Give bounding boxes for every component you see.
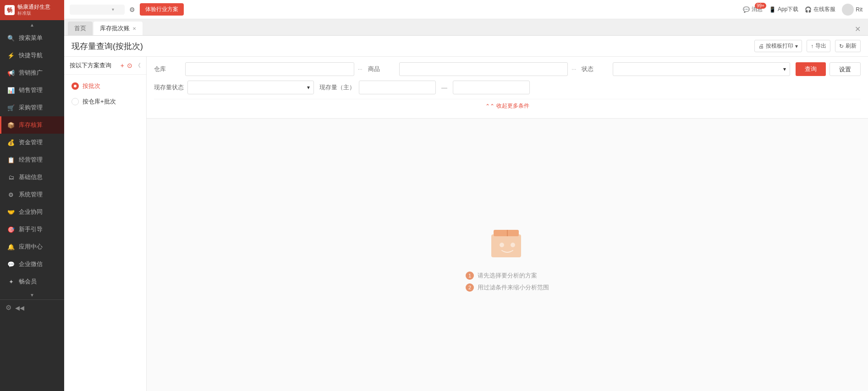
footer-collapse-icon[interactable]: ◀◀ <box>15 304 24 311</box>
sales-icon: 📊 <box>7 86 15 94</box>
sidebar-item-wechat[interactable]: 💬 企业微信 <box>0 255 64 273</box>
page-title: 现存量查询(按批次) <box>71 41 143 52</box>
status-dropdown-icon: ▾ <box>783 66 786 72</box>
search-input[interactable] <box>73 6 110 13</box>
scheme-item-warehouse-batch[interactable]: 按仓库+批次 <box>64 94 146 109</box>
warehouse-input[interactable] <box>185 62 354 76</box>
close-panel-button[interactable]: ✕ <box>851 23 864 35</box>
tutorial-icon: 🎯 <box>7 225 15 234</box>
product-more-icon[interactable]: ··· <box>571 66 576 72</box>
sidebar-item-purchase[interactable]: 🛒 采购管理 <box>0 99 64 116</box>
footer-settings-icon[interactable]: ⚙ <box>5 304 11 312</box>
user-name: Rit <box>856 6 863 13</box>
filter-panel: 仓库 ··· 商品 ··· 状态 <box>147 57 868 119</box>
system-icon: ⚙ <box>7 190 15 199</box>
refresh-button[interactable]: ↻ 刷新 <box>835 40 861 52</box>
print-button[interactable]: 🖨 按模板打印 ▾ <box>754 40 802 52</box>
sidebar-item-finance[interactable]: 💰 资金管理 <box>0 134 64 151</box>
sidebar-item-appstore[interactable]: 🔔 应用中心 <box>0 238 64 255</box>
tab-home[interactable]: 首页 <box>68 22 93 35</box>
message-icon: 💬 <box>743 6 750 13</box>
empty-hint-1: 1 请先选择要分析的方案 <box>466 272 549 280</box>
sidebar-item-basic[interactable]: 🗂 基础信息 <box>0 168 64 186</box>
scheme-inactive-dot <box>71 98 79 105</box>
product-input[interactable] <box>399 62 568 76</box>
empty-illustration <box>484 218 530 264</box>
topbar: ▾ ⚙ 体验行业方案 💬 消息 99+ 📱 App下载 🎧 在线客服 <box>64 0 868 19</box>
sidebar-item-collab[interactable]: 🤝 企业协同 <box>0 203 64 221</box>
svg-rect-1 <box>494 230 519 236</box>
scheme-item-batch[interactable]: 按批次 <box>64 78 146 94</box>
sidebar-scroll-down[interactable]: ▼ <box>0 290 64 299</box>
empty-svg <box>484 218 530 264</box>
page-actions: 🖨 按模板打印 ▾ ↑ 导出 ↻ 刷新 <box>754 40 861 52</box>
scheme-panel-title: 按以下方案查询 <box>70 61 111 70</box>
search-box[interactable]: ▾ <box>70 5 125 15</box>
sidebar-item-label: 经营管理 <box>19 156 43 164</box>
hint-1-num: 1 <box>466 272 474 280</box>
app-download-action[interactable]: 📱 App下载 <box>769 5 798 13</box>
sidebar-item-label: 快捷导航 <box>19 51 43 60</box>
empty-hints: 1 请先选择要分析的方案 2 用过滤条件来缩小分析范围 <box>466 272 549 292</box>
operations-icon: 📋 <box>7 156 15 164</box>
hint-2-num: 2 <box>466 283 474 292</box>
print-dropdown-icon[interactable]: ▾ <box>795 43 798 49</box>
message-action[interactable]: 💬 消息 99+ <box>743 5 763 13</box>
search-dropdown-icon[interactable]: ▾ <box>112 7 114 12</box>
sidebar-item-sales[interactable]: 📊 销售管理 <box>0 81 64 99</box>
stock-status-filter: 现存量状态 ▾ <box>154 81 314 94</box>
sidebar-item-label: 销售管理 <box>19 86 43 94</box>
stock-quantity-to[interactable] <box>453 81 530 94</box>
status-filter: 状态 ▾ <box>582 62 790 76</box>
sidebar-item-label: 采购管理 <box>19 103 43 112</box>
filter-settings-button[interactable]: 设置 <box>830 62 861 76</box>
sidebar-item-marketing[interactable]: 📢 营销推广 <box>0 64 64 81</box>
stock-quantity-label: 现存量（主） <box>319 83 355 92</box>
export-button[interactable]: ↑ 导出 <box>807 40 830 52</box>
sidebar-item-search[interactable]: 🔍 搜索菜单 <box>0 29 64 47</box>
collapse-scheme-button[interactable]: 《 <box>135 62 141 70</box>
settings-scheme-button[interactable]: ⊙ <box>127 62 132 69</box>
gear-button[interactable]: ⚙ <box>127 4 137 15</box>
add-scheme-button[interactable]: + <box>121 62 124 69</box>
down-arrow-icon: ▼ <box>30 293 34 298</box>
experience-button[interactable]: 体验行业方案 <box>140 3 184 16</box>
customer-service-action[interactable]: 🎧 在线客服 <box>805 5 835 13</box>
marketing-icon: 📢 <box>7 69 15 77</box>
headphone-icon: 🎧 <box>805 6 812 13</box>
tab-close-icon[interactable]: ✕ <box>132 26 136 31</box>
sidebar-item-operations[interactable]: 📋 经营管理 <box>0 151 64 168</box>
status-select[interactable]: ▾ <box>613 62 790 76</box>
tab-inventory-batch[interactable]: 库存批次账 ✕ <box>93 22 143 35</box>
stock-quantity-from[interactable] <box>359 81 436 94</box>
sidebar-item-system[interactable]: ⚙ 系统管理 <box>0 186 64 203</box>
scheme-item-label: 按仓库+批次 <box>82 98 116 106</box>
sidebar-header: 畅 畅康通好生意 标准版 <box>0 0 64 20</box>
query-button[interactable]: 查询 <box>796 62 826 76</box>
tabs-bar: 首页 库存批次账 ✕ ✕ <box>64 19 868 36</box>
warehouse-more-icon[interactable]: ··· <box>358 66 363 72</box>
search-icon: 🔍 <box>7 34 15 42</box>
product-filter: 商品 ··· <box>368 62 577 76</box>
sidebar-scroll-up[interactable]: ▲ <box>0 20 64 29</box>
sidebar-item-label: 基础信息 <box>19 173 43 181</box>
filter-row-2: 现存量状态 ▾ 现存量（主） — <box>154 81 861 94</box>
sidebar-item-label: 资金管理 <box>19 138 43 147</box>
stock-quantity-dash: — <box>439 84 449 91</box>
scheme-panel-header: 按以下方案查询 + ⊙ 《 <box>64 57 146 75</box>
scheme-list: 按批次 按仓库+批次 <box>64 75 146 391</box>
app-subtitle: 标准版 <box>17 10 50 16</box>
user-area[interactable]: Rit <box>842 4 863 16</box>
basic-icon: 🗂 <box>7 173 15 181</box>
collapse-more-button[interactable]: ⌃⌃ 收起更多条件 <box>154 99 861 113</box>
sidebar-item-tutorial[interactable]: 🎯 新手引导 <box>0 221 64 238</box>
hint-2-text: 用过滤条件来缩小分析范围 <box>478 283 549 292</box>
print-icon: 🖨 <box>758 43 764 49</box>
topbar-left: ▾ ⚙ 体验行业方案 <box>70 3 739 16</box>
sidebar-item-quicknav[interactable]: ⚡ 快捷导航 <box>0 47 64 64</box>
stock-status-dropdown-icon: ▾ <box>307 84 310 91</box>
sidebar-item-member[interactable]: ✦ 畅会员 <box>0 273 64 290</box>
empty-state: 1 请先选择要分析的方案 2 用过滤条件来缩小分析范围 <box>147 119 868 391</box>
stock-status-select[interactable]: ▾ <box>187 81 314 94</box>
sidebar-item-inventory[interactable]: 📦 库存核算 <box>0 116 64 134</box>
